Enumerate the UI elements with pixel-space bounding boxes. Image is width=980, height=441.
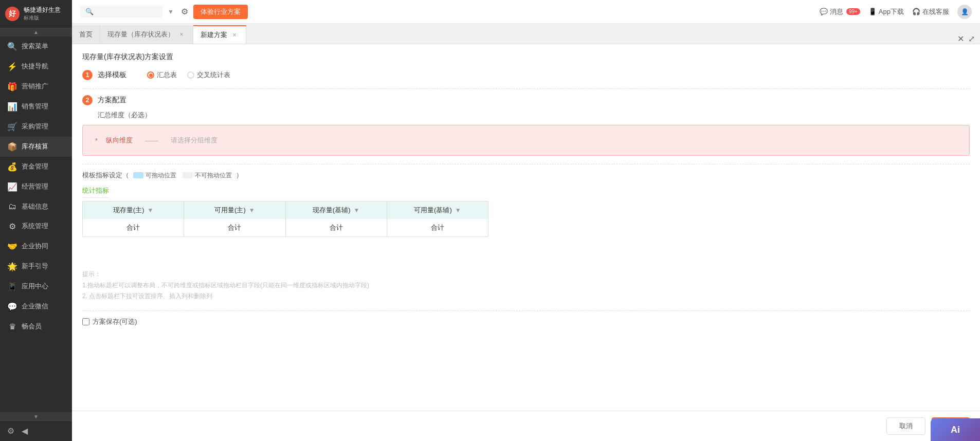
- template-option-summary[interactable]: 汇总表: [147, 70, 177, 80]
- scroll-down-area[interactable]: ▼: [0, 412, 72, 420]
- sidebar-item-purchase[interactable]: 🛒 采购管理: [0, 117, 72, 137]
- topbar-search-icon: 🔍: [85, 8, 94, 15]
- topbar-search-input[interactable]: [97, 8, 138, 15]
- sidebar-item-enterprise-collab-label: 企业协同: [22, 242, 48, 251]
- stats-col-4-label: 可用量(基辅): [414, 206, 452, 215]
- cancel-button[interactable]: 取消: [886, 417, 925, 435]
- stats-cell-1-2: 合计: [184, 219, 285, 236]
- app-logo-icon: 好: [5, 7, 20, 21]
- stats-table-row-1: 合计 合计 合计 合计: [83, 219, 488, 236]
- stats-table-header: 现存量(主) ▼ 可用量(主) ▼ 现存量(基辅) ▼: [83, 201, 488, 219]
- topbar-gear-icon[interactable]: ⚙: [181, 7, 188, 16]
- step1-header: 1 选择模板 汇总表 交叉统计表: [82, 70, 970, 80]
- sidebar-item-search[interactable]: 🔍 搜索菜单: [0, 36, 72, 57]
- summary-dimension-label: 汇总维度（必选）: [98, 111, 970, 120]
- step1-section: 1 选择模板 汇总表 交叉统计表: [82, 70, 970, 80]
- tab-expand-icon[interactable]: ⤢: [968, 34, 975, 44]
- draggable-legend: 可拖动位置: [133, 171, 176, 180]
- stats-col-2-header[interactable]: 可用量(主) ▼: [184, 201, 285, 219]
- sidebar-item-search-label: 搜索菜单: [22, 42, 48, 51]
- stats-col-3-header[interactable]: 现存量(基辅) ▼: [286, 201, 387, 219]
- dimension-area[interactable]: * 纵向维度 —— 请选择分组维度: [82, 125, 970, 156]
- finance-icon: 💰: [7, 162, 17, 172]
- trial-button[interactable]: 体验行业方案: [193, 5, 248, 19]
- app-download-item[interactable]: 📱 App下载: [868, 7, 904, 16]
- scroll-up-area[interactable]: ▲: [0, 28, 72, 36]
- sidebar-item-basic-info[interactable]: 🗂 基础信息: [0, 197, 72, 216]
- stats-col-3-label: 现存量(基辅): [313, 206, 351, 215]
- stats-col-2-dropdown-icon[interactable]: ▼: [249, 207, 255, 214]
- sidebar-item-app-center[interactable]: 📱 应用中心: [0, 277, 72, 297]
- stats-cell-1-3: 合计: [286, 219, 387, 236]
- online-service-item[interactable]: 🎧 在线客服: [912, 7, 949, 16]
- ai-badge[interactable]: Ai: [931, 418, 980, 441]
- settings-icon[interactable]: ⚙: [7, 426, 14, 436]
- sidebar-item-app-center-label: 应用中心: [22, 282, 48, 291]
- save-option: 方案保存(可选): [82, 317, 970, 326]
- sidebar-item-new-guide[interactable]: 🌟 新手引导: [0, 256, 72, 277]
- basic-info-icon: 🗂: [7, 202, 17, 211]
- sidebar-item-marketing-label: 营销推广: [22, 82, 48, 91]
- marketing-icon: 🎁: [7, 82, 17, 91]
- radio-cross[interactable]: [187, 71, 194, 79]
- stats-col-4-header[interactable]: 可用量(基辅) ▼: [387, 201, 488, 219]
- sidebar-item-operations-label: 经营管理: [22, 182, 48, 191]
- stats-col-1-label: 现存量(主): [113, 206, 144, 215]
- save-label: 方案保存(可选): [93, 317, 137, 326]
- ai-badge-label: Ai: [951, 425, 960, 435]
- stats-section: 统计指标 现存量(主) ▼ 可用量(主) ▼: [82, 186, 970, 237]
- radio-summary-label: 汇总表: [157, 70, 177, 80]
- sidebar-item-purchase-label: 采购管理: [22, 122, 48, 131]
- sidebar-item-enterprise-collab[interactable]: 🤝 企业协同: [0, 236, 72, 256]
- sidebar-item-system-label: 系统管理: [22, 222, 48, 231]
- collapse-icon[interactable]: ◀: [22, 426, 28, 436]
- dimension-divider: [82, 164, 970, 164]
- topbar-search-box[interactable]: 🔍: [80, 6, 162, 17]
- sidebar-item-inventory[interactable]: 📦 库存核算: [0, 137, 72, 157]
- stats-col-1-header[interactable]: 现存量(主) ▼: [83, 201, 184, 219]
- sidebar-item-enterprise-wechat-label: 企业微信: [22, 302, 48, 311]
- sidebar-item-marketing[interactable]: 🎁 营销推广: [0, 77, 72, 97]
- tab-close-window-icon[interactable]: ✕: [957, 34, 964, 44]
- messages-item[interactable]: 💬 消息 99+: [820, 7, 860, 16]
- tab-home[interactable]: 首页: [72, 25, 100, 44]
- sidebar-item-vip[interactable]: ♛ 畅会员: [0, 317, 72, 337]
- sidebar-item-enterprise-wechat[interactable]: 💬 企业微信: [0, 297, 72, 317]
- quick-nav-icon: ⚡: [7, 62, 17, 71]
- content-area: 现存量(库存状况表)方案设置 1 选择模板 汇总表 交叉统计表: [72, 44, 980, 411]
- sidebar-item-finance[interactable]: 💰 资金管理: [0, 157, 72, 177]
- sidebar-item-sales[interactable]: 📊 销售管理: [0, 97, 72, 117]
- step1-divider: [82, 88, 970, 89]
- tab-new-scheme-label: 新建方案: [201, 30, 227, 40]
- draggable-box: [133, 172, 143, 178]
- radio-summary[interactable]: [147, 71, 154, 79]
- sidebar: 好 畅捷通好生意 标准版 ▲ 🔍 搜索菜单 ⚡ 快捷导航 🎁 营销推广 📊 销售…: [0, 0, 72, 441]
- tip-2: 2. 点击标题栏下拉可设置排序、插入列和删除列: [82, 291, 970, 302]
- tab-new-scheme-close[interactable]: ×: [230, 31, 239, 39]
- stats-cell-1-1: 合计: [83, 219, 184, 236]
- step2-section: 2 方案配置 汇总维度（必选） * 纵向维度 —— 请选择分组维度 模板指标设定…: [82, 95, 970, 302]
- sidebar-item-operations[interactable]: 📈 经营管理: [0, 177, 72, 197]
- sidebar-item-quick-nav[interactable]: ⚡ 快捷导航: [0, 57, 72, 77]
- tab-inventory-status[interactable]: 现存量（库存状况表） ×: [100, 25, 193, 44]
- sidebar-item-finance-label: 资金管理: [22, 162, 48, 171]
- sidebar-item-system[interactable]: ⚙ 系统管理: [0, 216, 72, 236]
- tab-inventory-status-close[interactable]: ×: [177, 30, 186, 39]
- dim-placeholder: 请选择分组维度: [171, 136, 217, 145]
- purchase-icon: 🛒: [7, 122, 17, 132]
- save-checkbox[interactable]: [82, 318, 89, 325]
- template-options: 汇总表 交叉统计表: [147, 70, 230, 80]
- tab-new-scheme[interactable]: 新建方案 ×: [193, 25, 246, 44]
- user-avatar[interactable]: 👤: [957, 5, 972, 19]
- dim-required-star: *: [95, 137, 98, 144]
- app-edition: 标准版: [24, 14, 61, 22]
- stats-col-3-dropdown-icon[interactable]: ▼: [354, 207, 360, 214]
- stats-col-1-dropdown-icon[interactable]: ▼: [148, 207, 154, 214]
- step1-badge: 1: [82, 70, 93, 80]
- content-divider: [82, 310, 970, 311]
- stats-col-4-dropdown-icon[interactable]: ▼: [455, 207, 461, 214]
- sidebar-item-inventory-label: 库存核算: [22, 142, 48, 151]
- topbar-chevron-icon[interactable]: ▼: [168, 8, 174, 15]
- template-option-cross[interactable]: 交叉统计表: [187, 70, 230, 80]
- messages-label: 消息: [830, 7, 843, 16]
